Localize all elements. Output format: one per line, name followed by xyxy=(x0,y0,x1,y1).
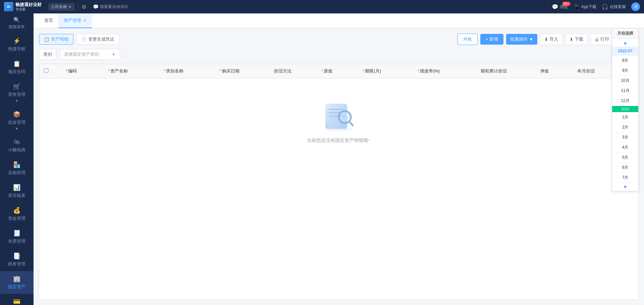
sidebar-project-label: 项目合同 xyxy=(8,69,25,75)
col-header-accumulated-depreciation: 期初累计折旧 xyxy=(459,64,528,79)
month-item-11[interactable]: 11月 xyxy=(612,86,638,96)
month-item-4-2023[interactable]: 4月 xyxy=(612,143,638,153)
print-label: 打印 xyxy=(600,36,609,42)
col-header-depreciation-method: 折旧方法 xyxy=(257,64,308,79)
main-layout: 🔍 搜索菜单 ⚡ 快捷导航 📋 项目合同 🛒 零售管理 ▼ 📦 批发管理 ▼ 🛍… xyxy=(0,13,644,305)
demo-button[interactable]: 💬 我要看实例演示 xyxy=(93,4,128,10)
sidebar-item-inventory[interactable]: 📊 库存核算 xyxy=(0,180,34,203)
import-button[interactable]: ⬇ 导入 xyxy=(540,34,562,45)
ecommerce-icon: 🛍 xyxy=(14,139,20,146)
select-all-checkbox[interactable] xyxy=(44,68,48,73)
import-label: 导入 xyxy=(549,36,558,42)
app-download-button[interactable]: 📱 App下载 xyxy=(573,4,596,10)
download-button[interactable]: ⬇ 下载 xyxy=(565,34,588,45)
col-residual-rate-label: 残值率(%) xyxy=(420,68,440,73)
online-service-button[interactable]: 🎧 在线客服 xyxy=(602,4,626,10)
sidebar-item-tax[interactable]: 📑 税务管理 xyxy=(0,248,34,271)
month-item-1-2023[interactable]: 1月 xyxy=(612,112,638,122)
project-icon: 📋 xyxy=(13,60,20,67)
app-download-label: App下载 xyxy=(581,4,596,10)
empty-message: 当前您还没有固定资产明细哦~ xyxy=(307,138,371,144)
month-nav-up[interactable]: ▲ xyxy=(612,39,638,47)
month-item-8[interactable]: 8月 xyxy=(612,56,638,66)
sidebar-item-project[interactable]: 📋 项目合同 xyxy=(0,56,34,79)
col-accumulated-depreciation-label: 期初累计折旧 xyxy=(481,68,507,73)
download-label: 下载 xyxy=(575,36,583,42)
sidebar-search-button[interactable]: 🔍 搜索菜单 xyxy=(0,13,34,33)
month-item-6-2023[interactable]: 6月 xyxy=(612,163,638,173)
tab-close-icon[interactable]: ✕ xyxy=(83,18,87,23)
brand-edition: 专业版 xyxy=(15,7,42,11)
month-item-7-2023[interactable]: 7月 xyxy=(612,173,638,183)
sidebar-ecommerce-label: 小畅电商 xyxy=(8,147,25,153)
purchase-icon: 🏪 xyxy=(13,161,20,168)
month-item-9[interactable]: 9月 xyxy=(612,66,638,76)
batch-button[interactable]: 批量操作 ▼ xyxy=(506,34,537,45)
sidebar-tax-label: 税务管理 xyxy=(8,261,25,267)
month-item-period[interactable]: 2022.07 xyxy=(612,47,638,56)
sidebar-retail-label: 零售管理 xyxy=(8,92,25,98)
brand-name: 畅捷通好业财 xyxy=(15,2,42,7)
svg-point-9 xyxy=(343,115,345,117)
sub-tab-voucher[interactable]: 📄 变更生成凭证 xyxy=(76,34,119,45)
month-item-2-2023[interactable]: 2月 xyxy=(612,122,638,133)
right-actions: 💬 消息 99+ 📱 App下载 🎧 在线客服 用 xyxy=(552,2,640,11)
settings-button[interactable]: ⚙ xyxy=(82,4,86,10)
sidebar-fixed-assets-label: 固定资产 xyxy=(8,284,25,290)
filter-category-select[interactable]: 选择固定资产类别 ▼ xyxy=(60,49,120,60)
brand-logo: Ai 畅捷通好业财 专业版 xyxy=(4,2,42,11)
sidebar-item-finance[interactable]: 💰 资金管理 xyxy=(0,203,34,225)
assets-table: *编码 *资产名称 *类别名称 *购买日期 折旧方法 *原值 *期限(月) *残… xyxy=(39,64,638,79)
sidebar-item-retail[interactable]: 🛒 零售管理 ▼ xyxy=(0,79,34,107)
chevron-down-icon: ▼ xyxy=(68,5,72,9)
wholesale-expand-icon: ▼ xyxy=(15,127,18,131)
sidebar-item-quick-nav[interactable]: ⚡ 快捷导航 xyxy=(0,33,34,56)
search-label: 搜索菜单 xyxy=(9,24,25,30)
user-avatar[interactable]: 用 xyxy=(631,2,640,11)
sidebar-finance-label: 资金管理 xyxy=(8,215,25,221)
messages-button[interactable]: 💬 消息 99+ xyxy=(552,4,568,10)
print-button[interactable]: 🖨 打印 xyxy=(590,34,613,45)
tab-home[interactable]: 首页 xyxy=(39,13,58,28)
app-download-icon: 📱 xyxy=(573,4,580,10)
search-icon: 🔍 xyxy=(13,17,20,23)
sub-tab-detail[interactable]: 📋 资产明细 xyxy=(39,34,73,45)
filter-bar: 类别 选择固定资产类别 ▼ xyxy=(39,49,639,60)
sidebar-item-wholesale[interactable]: 📦 批发管理 ▼ xyxy=(0,107,34,135)
add-button[interactable]: + 新增 xyxy=(480,34,503,45)
col-header-residual-rate: *残值率(%) xyxy=(398,64,459,79)
month-item-12[interactable]: 12月 xyxy=(612,96,638,106)
month-item-10[interactable]: 10月 xyxy=(612,76,638,86)
col-depreciation-method-label: 折旧方法 xyxy=(274,68,291,73)
sidebar-invoice-label: 发票管理 xyxy=(8,238,25,244)
company-selector[interactable]: 公司名称 ▼ xyxy=(48,3,74,11)
month-item-5-2023[interactable]: 5月 xyxy=(612,153,638,163)
col-header-asset-name: *资产名称 xyxy=(90,64,146,79)
col-header-original-value: *原值 xyxy=(308,64,346,79)
month-nav-down[interactable]: ▼ xyxy=(612,183,638,191)
finance-icon: 💰 xyxy=(13,207,20,214)
table-header-row: *编码 *资产名称 *类别名称 *购买日期 折旧方法 *原值 *期限(月) *残… xyxy=(39,64,638,79)
sidebar-item-ecommerce[interactable]: 🛍 小畅电商 xyxy=(0,135,34,157)
sidebar-inventory-label: 库存核算 xyxy=(8,193,25,199)
col-original-value-label: 原值 xyxy=(324,68,332,73)
action-buttons: 对账 + 新增 批量操作 ▼ ⬇ 导入 ⬇ 下载 xyxy=(458,34,639,45)
voucher-tab-icon: 📄 xyxy=(81,37,87,42)
tab-assets[interactable]: 资产管理 ✕ xyxy=(58,13,92,28)
retail-expand-icon: ▼ xyxy=(15,99,18,103)
page-content: 📋 资产明细 📄 变更生成凭证 对账 + 新增 批量操作 xyxy=(34,28,644,305)
demo-icon: 💬 xyxy=(93,4,99,9)
fixed-assets-icon: 🏢 xyxy=(13,275,20,283)
reconcile-button[interactable]: 对账 xyxy=(458,34,478,45)
sidebar-item-salary[interactable]: 💳 工资 xyxy=(0,294,34,305)
current-period-label: 2022.07 xyxy=(618,49,632,53)
sidebar-item-fixed-assets[interactable]: 🏢 固定资产 xyxy=(0,271,34,294)
col-monthly-depreciation-label: 本月折旧 xyxy=(577,68,595,73)
col-code-label: 编码 xyxy=(68,68,77,73)
online-service-label: 在线客服 xyxy=(610,4,626,10)
filter-category-placeholder: 选择固定资产类别 xyxy=(64,51,99,57)
col-header-net-value: 净值 xyxy=(528,64,561,79)
sidebar-item-invoice[interactable]: 🧾 发票管理 xyxy=(0,225,34,248)
sidebar-item-purchase[interactable]: 🏪 采购管理 xyxy=(0,157,34,180)
month-item-3-2023[interactable]: 3月 xyxy=(612,133,638,143)
